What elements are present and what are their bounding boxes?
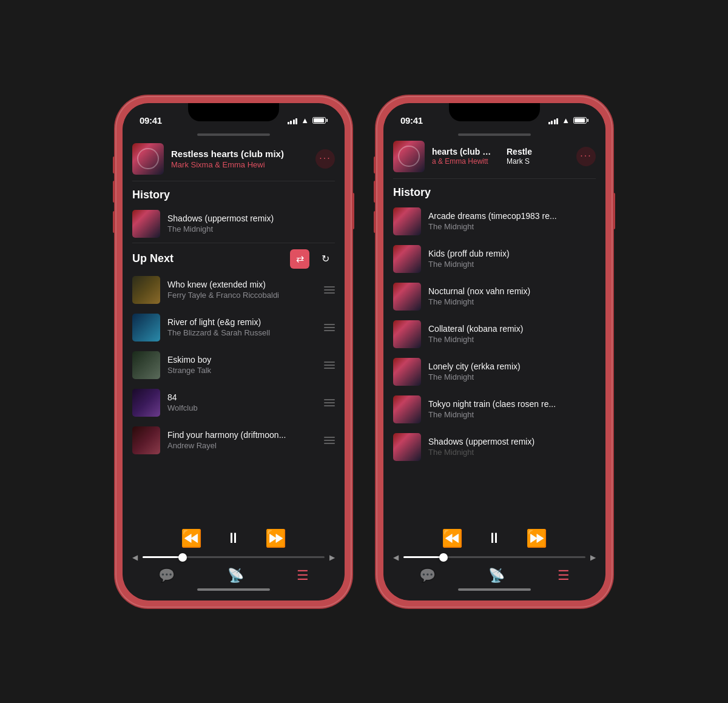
rewind-button-2[interactable]: ⏪ xyxy=(442,528,463,548)
upnext-info-3: Eskimo boy Strange Talk xyxy=(167,355,317,375)
power-button[interactable] xyxy=(352,193,354,229)
forward-button-2[interactable]: ⏩ xyxy=(526,528,547,548)
tab-connect-2[interactable]: 📡 xyxy=(488,568,505,584)
history-item-p2-5[interactable]: Lonely city (erkka remix) The Midnight xyxy=(383,353,605,391)
progress-fill-1 xyxy=(143,556,183,558)
now-playing-title-2b: Restle xyxy=(507,147,569,156)
volume-up-button-2[interactable] xyxy=(374,181,376,203)
upnext-item-5[interactable]: Find your harmony (driftmoon... Andrew R… xyxy=(123,422,345,459)
pause-button-2[interactable]: ⏸ xyxy=(487,530,502,547)
tab-lyrics-1[interactable]: 💬 xyxy=(158,568,175,584)
history-info-p2-4: Collateral (kobana remix) The Midnight xyxy=(428,324,596,344)
upnext-art-5 xyxy=(132,426,160,454)
upnext-artist-4: Wolfclub xyxy=(167,403,317,412)
upnext-info-1: Who knew (extended mix) Ferry Tayle & Fr… xyxy=(167,280,317,300)
upnext-artist-2: The Blizzard & Sarah Russell xyxy=(167,328,317,337)
history-artist-p2-7: The Midnight xyxy=(428,448,596,457)
upnext-item-1[interactable]: Who knew (extended mix) Ferry Tayle & Fr… xyxy=(123,271,345,309)
history-artist-p2-6: The Midnight xyxy=(428,410,596,419)
notch-1 xyxy=(188,103,279,121)
phone-2: 09:41 ▲ xyxy=(376,96,613,608)
transport-1: ⏪ ⏸ ⏩ xyxy=(123,521,345,553)
history-info-p2-1: Arcade dreams (timecop1983 re... The Mid… xyxy=(428,211,596,231)
tab-connect-1[interactable]: 📡 xyxy=(228,568,244,584)
silent-button-2[interactable] xyxy=(374,156,376,173)
history-item-p2-3[interactable]: Nocturnal (nox vahn remix) The Midnight xyxy=(383,278,605,315)
history-item-1[interactable]: Shadows (uppermost remix) The Midnight xyxy=(123,205,345,243)
volume-down-button-2[interactable] xyxy=(374,211,376,233)
upnext-title-3: Eskimo boy xyxy=(167,355,317,365)
history-title-p2-2: Kids (proff dub remix) xyxy=(428,249,596,258)
home-indicator-2 xyxy=(458,588,531,591)
wifi-icon-2: ▲ xyxy=(562,116,570,125)
history-art-p2-3 xyxy=(393,283,421,311)
history-artist-p2-2: The Midnight xyxy=(428,260,596,269)
now-playing-art-img-2 xyxy=(393,141,425,172)
upnext-item-4[interactable]: 84 Wolfclub xyxy=(123,384,345,422)
vol-max-icon-1: ▶ xyxy=(329,553,335,562)
history-title-1: Shadows (uppermost remix) xyxy=(167,214,335,223)
repeat-button-1[interactable]: ↻ xyxy=(315,249,335,269)
upnext-item-3[interactable]: Eskimo boy Strange Talk xyxy=(123,346,345,384)
history-art-p2-5 xyxy=(393,358,421,386)
tab-queue-1[interactable]: ☰ xyxy=(297,568,309,584)
tab-lyrics-2[interactable]: 💬 xyxy=(419,568,436,584)
bottom-tabs-1: 💬 📡 ☰ xyxy=(123,562,345,586)
upnext-art-4 xyxy=(132,389,160,417)
rewind-button-1[interactable]: ⏪ xyxy=(181,528,202,548)
shuffle-button-1[interactable]: ⇄ xyxy=(290,249,309,269)
tab-queue-2[interactable]: ☰ xyxy=(558,568,570,584)
upnext-item-2[interactable]: River of light (e&g remix) The Blizzard … xyxy=(123,309,345,346)
progress-track-2[interactable] xyxy=(403,556,585,558)
power-button-2[interactable] xyxy=(613,193,615,229)
queue-icon-1: ☰ xyxy=(297,568,309,584)
volume-up-button[interactable] xyxy=(113,181,115,203)
history-art-p2-4 xyxy=(393,320,421,348)
drag-handle-4[interactable] xyxy=(324,399,335,406)
now-playing-title-1: Restless hearts (club mix) xyxy=(171,149,308,159)
progress-track-1[interactable] xyxy=(143,556,325,558)
more-button-1[interactable]: ··· xyxy=(315,149,335,169)
upnext-info-5: Find your harmony (driftmoon... Andrew R… xyxy=(167,430,317,450)
drag-handle-5[interactable] xyxy=(324,437,335,444)
now-playing-artist-2a: a & Emma Hewitt xyxy=(432,157,494,166)
connect-icon-2: 📡 xyxy=(488,568,505,584)
history-info-1: Shadows (uppermost remix) The Midnight xyxy=(167,214,335,234)
notch-2 xyxy=(449,103,540,121)
history-item-p2-1[interactable]: Arcade dreams (timecop1983 re... The Mid… xyxy=(383,203,605,240)
progress-thumb-1[interactable] xyxy=(178,553,187,562)
history-item-p2-2[interactable]: Kids (proff dub remix) The Midnight xyxy=(383,240,605,278)
progress-thumb-2[interactable] xyxy=(439,553,448,562)
history-info-p2-6: Tokyo night train (claes rosen re... The… xyxy=(428,399,596,419)
history-title-p2-6: Tokyo night train (claes rosen re... xyxy=(428,399,596,409)
signal-bar-2 xyxy=(290,121,292,124)
vol-max-icon-2: ▶ xyxy=(590,553,596,562)
history-item-p2-4[interactable]: Collateral (kobana remix) The Midnight xyxy=(383,315,605,353)
wifi-icon-1: ▲ xyxy=(301,116,309,125)
status-icons-2: ▲ xyxy=(548,116,588,125)
upnext-artist-1: Ferry Tayle & Franco Riccobaldi xyxy=(167,291,317,300)
signal-bar-7 xyxy=(554,119,556,124)
history-art-p2-6 xyxy=(393,395,421,423)
up-next-header-1: Up Next ⇄ ↻ xyxy=(123,243,345,271)
more-button-2[interactable]: ··· xyxy=(576,147,596,166)
drag-handle-1[interactable] xyxy=(324,286,335,294)
now-playing-header-1: Restless hearts (club mix) Mark Sixma & … xyxy=(123,136,345,181)
history-info-p2-5: Lonely city (erkka remix) The Midnight xyxy=(428,362,596,382)
history-info-p2-7: Shadows (uppermost remix) The Midnight xyxy=(428,437,596,457)
history-item-p2-7[interactable]: Shadows (uppermost remix) The Midnight xyxy=(383,428,605,466)
volume-down-button[interactable] xyxy=(113,211,115,233)
signal-bar-5 xyxy=(548,122,550,124)
history-art-p2-7 xyxy=(393,433,421,461)
now-playing-dual-titles: hearts (club mix) Restle xyxy=(432,147,569,156)
home-indicator-1 xyxy=(197,588,270,591)
drag-handle-2[interactable] xyxy=(324,324,335,331)
history-item-p2-6[interactable]: Tokyo night train (claes rosen re... The… xyxy=(383,391,605,428)
drag-handle-3[interactable] xyxy=(324,362,335,369)
silent-button[interactable] xyxy=(113,156,115,173)
history-title-p2-7: Shadows (uppermost remix) xyxy=(428,437,596,446)
now-playing-dual-text: hearts (club mix) Restle a & Emma Hewitt… xyxy=(432,147,569,166)
forward-button-1[interactable]: ⏩ xyxy=(265,528,286,548)
pause-button-1[interactable]: ⏸ xyxy=(226,530,241,547)
signal-bars-2 xyxy=(548,117,559,124)
